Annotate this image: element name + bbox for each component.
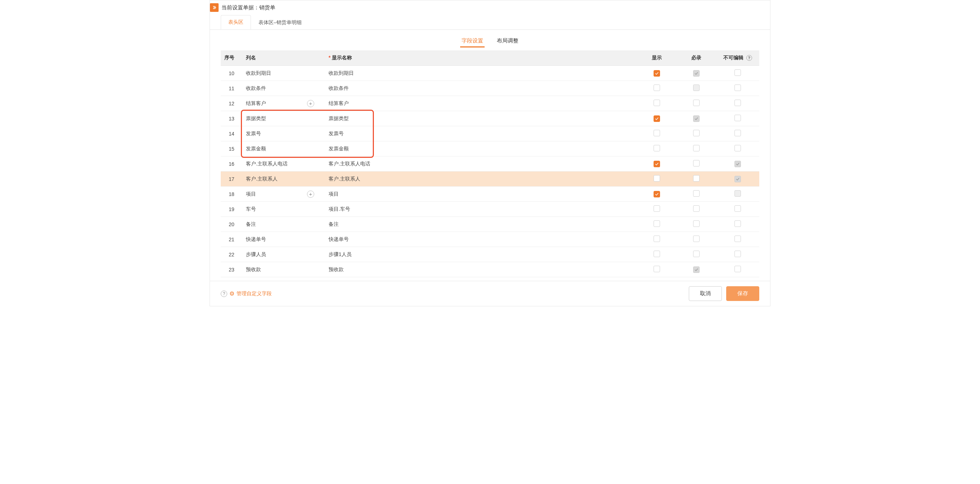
noedit-checkbox[interactable]: [735, 145, 741, 151]
required-checkbox[interactable]: [693, 251, 700, 257]
display-name-cell[interactable]: 客户.主联系人电话: [325, 156, 637, 172]
required-checkbox[interactable]: [693, 205, 700, 212]
table-row: 15发票金额发票金额: [221, 141, 759, 156]
display-name-cell[interactable]: 发票金额: [325, 141, 637, 156]
display-name-cell[interactable]: 项目.车号: [325, 202, 637, 217]
cancel-button[interactable]: 取消: [689, 286, 722, 301]
name-cell: 收款条件: [242, 81, 325, 96]
table-row: 17客户.主联系人客户.主联系人: [221, 172, 759, 186]
seq-cell: 14: [221, 126, 242, 141]
required-checkbox[interactable]: [693, 130, 700, 136]
manage-custom-fields-link[interactable]: 管理自定义字段: [237, 291, 272, 297]
name-cell: 发票号: [242, 126, 325, 141]
question-icon[interactable]: ?: [221, 291, 227, 297]
tab-0[interactable]: 表头区: [221, 15, 251, 29]
display-name-cell[interactable]: 备注: [325, 217, 637, 232]
noedit-checkbox: [735, 161, 741, 167]
noedit-checkbox[interactable]: [735, 84, 741, 91]
show-checkbox[interactable]: [654, 220, 660, 227]
table-row: 16客户.主联系人电话客户.主联系人电话: [221, 156, 759, 172]
subtab-1[interactable]: 布局调整: [495, 35, 520, 48]
gear-icon: ⚙: [229, 290, 234, 297]
seq-cell: 21: [221, 232, 242, 247]
show-checkbox[interactable]: [654, 236, 660, 242]
table-row: 13票据类型票据类型: [221, 111, 759, 126]
required-checkbox[interactable]: [693, 100, 700, 106]
display-name-cell[interactable]: 票据类型: [325, 111, 637, 126]
seq-cell: 18: [221, 186, 242, 202]
show-checkbox[interactable]: [654, 145, 660, 151]
show-checkbox[interactable]: [654, 205, 660, 212]
seq-cell: 10: [221, 66, 242, 81]
required-checkbox: [693, 70, 700, 76]
header-bar: 当前设置单据：销货单: [210, 0, 770, 15]
seq-cell: 16: [221, 156, 242, 172]
show-checkbox[interactable]: [654, 251, 660, 257]
display-name-cell[interactable]: 快递单号: [325, 232, 637, 247]
table-row: 23预收款预收款: [221, 262, 759, 277]
display-name-cell[interactable]: 发票号: [325, 126, 637, 141]
show-checkbox[interactable]: [654, 175, 660, 182]
save-button[interactable]: 保存: [726, 286, 759, 301]
help-icon[interactable]: ?: [746, 55, 752, 61]
noedit-checkbox[interactable]: [735, 266, 741, 272]
noedit-checkbox[interactable]: [735, 100, 741, 106]
add-icon[interactable]: +: [307, 191, 314, 198]
show-checkbox[interactable]: [654, 266, 660, 272]
show-checkbox[interactable]: [654, 161, 660, 167]
required-checkbox[interactable]: [693, 236, 700, 242]
col-header-show: 显示: [637, 50, 676, 66]
required-checkbox: [693, 84, 700, 91]
col-header-required: 必录: [676, 50, 716, 66]
sub-tab-row: 字段设置布局调整: [210, 29, 770, 50]
noedit-checkbox[interactable]: [735, 220, 741, 227]
noedit-checkbox[interactable]: [735, 130, 741, 136]
show-checkbox[interactable]: [654, 84, 660, 91]
display-name-cell[interactable]: 项目: [325, 186, 637, 202]
seq-cell: 22: [221, 247, 242, 262]
display-name-cell[interactable]: 收款条件: [325, 81, 637, 96]
noedit-checkbox[interactable]: [735, 115, 741, 121]
noedit-checkbox[interactable]: [735, 236, 741, 242]
header-label-prefix: 当前设置单据：: [221, 4, 259, 10]
seq-cell: 20: [221, 217, 242, 232]
required-checkbox[interactable]: [693, 190, 700, 197]
table-row: 21快递单号快递单号: [221, 232, 759, 247]
show-checkbox[interactable]: [654, 130, 660, 136]
show-checkbox[interactable]: [654, 70, 660, 76]
table-row: 22步骤人员步骤1人员: [221, 247, 759, 262]
display-name-cell[interactable]: 步骤1人员: [325, 247, 637, 262]
show-checkbox[interactable]: [654, 100, 660, 106]
noedit-checkbox: [735, 176, 741, 182]
required-checkbox[interactable]: [693, 160, 700, 167]
required-checkbox[interactable]: [693, 175, 700, 182]
tab-1[interactable]: 表体区–销货单明细: [251, 16, 309, 29]
expand-panel-button[interactable]: [210, 3, 219, 12]
seq-cell: 12: [221, 96, 242, 111]
table-row: 20备注备注: [221, 217, 759, 232]
table-row: 14发票号发票号: [221, 126, 759, 141]
subtab-0[interactable]: 字段设置: [460, 35, 485, 48]
display-name-cell[interactable]: 收款到期日: [325, 66, 637, 81]
show-checkbox[interactable]: [654, 191, 660, 197]
table-row: 11收款条件收款条件: [221, 81, 759, 96]
display-name-cell[interactable]: 客户.主联系人: [325, 172, 637, 186]
noedit-checkbox[interactable]: [735, 251, 741, 257]
noedit-checkbox[interactable]: [735, 205, 741, 212]
required-checkbox: [693, 266, 700, 273]
name-cell: 快递单号: [242, 232, 325, 247]
required-checkbox[interactable]: [693, 145, 700, 151]
noedit-checkbox[interactable]: [735, 69, 741, 76]
name-cell: 客户.主联系人电话: [242, 156, 325, 172]
table-row: 19车号项目.车号: [221, 202, 759, 217]
required-checkbox[interactable]: [693, 220, 700, 227]
display-name-cell[interactable]: 结算客户: [325, 96, 637, 111]
add-icon[interactable]: +: [307, 100, 314, 107]
show-checkbox[interactable]: [654, 115, 660, 122]
col-header-seq: 序号: [221, 50, 242, 66]
footer-bar: ? ⚙ 管理自定义字段 取消 保存: [210, 281, 770, 306]
name-cell: 预收款: [242, 262, 325, 277]
seq-cell: 15: [221, 141, 242, 156]
table-row: 18项目+项目: [221, 186, 759, 202]
display-name-cell[interactable]: 预收款: [325, 262, 637, 277]
